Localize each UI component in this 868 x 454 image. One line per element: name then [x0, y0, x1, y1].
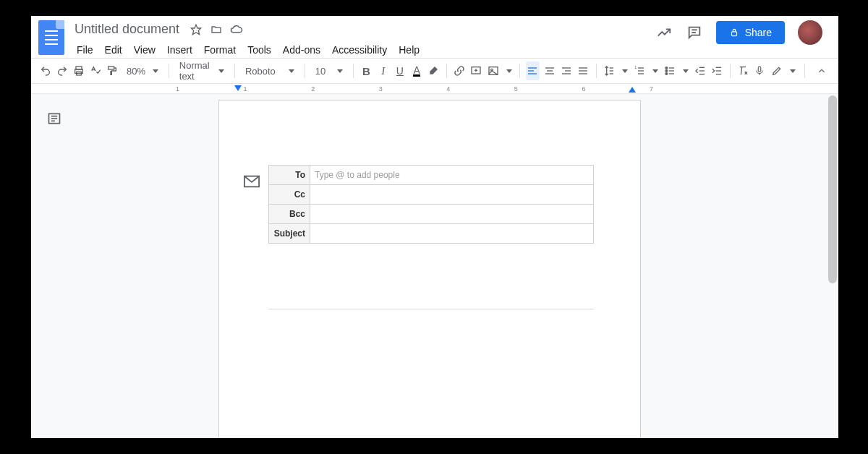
ruler-mark: 3: [379, 85, 383, 93]
document-title[interactable]: Untitled document: [72, 20, 182, 38]
menu-format[interactable]: Format: [199, 41, 241, 59]
editing-mode-button[interactable]: [770, 61, 797, 80]
activity-icon[interactable]: [655, 24, 673, 41]
spellcheck-button[interactable]: [89, 61, 103, 80]
svg-marker-0: [191, 25, 200, 34]
highlight-color-button[interactable]: [427, 61, 441, 80]
show-outline-button[interactable]: [44, 108, 64, 129]
share-button[interactable]: Share: [716, 21, 785, 44]
ruler-mark: 7: [650, 85, 653, 93]
svg-point-34: [665, 70, 668, 72]
insert-image-button[interactable]: [486, 61, 514, 80]
decrease-indent-button[interactable]: [693, 61, 707, 80]
email-bcc-label: Bcc: [269, 205, 310, 223]
ruler-mark: 1: [176, 85, 179, 93]
add-comment-button[interactable]: [469, 61, 483, 80]
menu-insert[interactable]: Insert: [162, 41, 197, 59]
ruler-mark: 5: [514, 85, 518, 93]
align-right-button[interactable]: [559, 61, 573, 80]
increase-indent-button[interactable]: [710, 61, 724, 80]
email-cc-label: Cc: [269, 185, 310, 204]
email-subject-row: Subject: [269, 224, 593, 243]
email-subject-label: Subject: [269, 224, 310, 243]
style-value: Normal text: [179, 60, 211, 82]
svg-point-35: [665, 73, 668, 75]
underline-button[interactable]: U: [393, 61, 407, 80]
menu-edit[interactable]: Edit: [100, 41, 127, 59]
font-value: Roboto: [245, 66, 276, 77]
svg-rect-3: [731, 32, 736, 36]
comments-icon[interactable]: [686, 24, 703, 41]
ruler-mark: 6: [582, 85, 585, 93]
menu-addons[interactable]: Add-ons: [278, 41, 326, 59]
email-draft-block: To Type @ to add people Cc Bcc Subject: [268, 165, 594, 244]
star-icon[interactable]: [190, 23, 203, 36]
paragraph-style-dropdown[interactable]: Normal text: [175, 61, 229, 80]
bold-button[interactable]: B: [359, 61, 373, 80]
menu-view[interactable]: View: [129, 41, 161, 59]
ruler-mark: 1: [244, 85, 247, 93]
zoom-dropdown[interactable]: 80%: [122, 61, 163, 80]
menu-file[interactable]: File: [72, 41, 98, 59]
text-color-button[interactable]: A: [409, 61, 423, 80]
svg-text:1: 1: [635, 65, 637, 69]
svg-point-33: [665, 67, 668, 69]
font-family-dropdown[interactable]: Roboto: [241, 61, 299, 80]
italic-button[interactable]: I: [376, 61, 390, 80]
svg-rect-7: [109, 67, 114, 69]
menu-tools[interactable]: Tools: [242, 41, 276, 59]
horizontal-ruler[interactable]: 1 1 2 3 4 5 6 7: [31, 84, 838, 94]
numbered-list-button[interactable]: 1: [632, 61, 660, 80]
paint-format-button[interactable]: [106, 61, 119, 80]
menu-bar: File Edit View Insert Format Tools Add-o…: [72, 38, 425, 59]
align-left-button[interactable]: [526, 61, 540, 80]
email-body-separator: [268, 309, 594, 309]
bulleted-list-button[interactable]: [663, 61, 690, 80]
title-bar: Untitled document File Edit View: [31, 16, 838, 58]
account-avatar[interactable]: [798, 20, 822, 45]
ruler-mark: 4: [446, 85, 450, 93]
undo-button[interactable]: [38, 61, 52, 80]
move-folder-icon[interactable]: [210, 23, 223, 36]
font-size-value: 10: [315, 66, 326, 77]
align-justify-button[interactable]: [576, 61, 590, 80]
menu-help[interactable]: Help: [393, 41, 425, 59]
menu-accessibility[interactable]: Accessibility: [327, 41, 392, 59]
email-subject-field[interactable]: [310, 224, 593, 243]
zoom-value: 80%: [127, 66, 145, 77]
email-to-row: To Type @ to add people: [269, 166, 593, 185]
ruler-mark: 2: [311, 85, 315, 93]
email-to-label: To: [269, 166, 310, 184]
print-button[interactable]: [72, 61, 85, 80]
voice-typing-button[interactable]: [753, 61, 767, 80]
cloud-saved-icon[interactable]: [230, 23, 243, 36]
email-bcc-field[interactable]: [310, 205, 593, 223]
align-center-button[interactable]: [542, 61, 556, 80]
insert-link-button[interactable]: [453, 61, 467, 80]
toolbar: 80% Normal text Roboto 10 B I U A 1: [31, 58, 838, 84]
collapse-toolbar-button[interactable]: [812, 61, 831, 80]
share-label: Share: [745, 27, 772, 38]
gmail-icon: [244, 175, 260, 188]
email-cc-field[interactable]: [310, 185, 593, 204]
docs-logo-icon[interactable]: [38, 20, 64, 55]
font-size-dropdown[interactable]: 10: [311, 61, 347, 80]
email-bcc-row: Bcc: [269, 205, 593, 224]
svg-rect-45: [758, 67, 761, 72]
email-to-field[interactable]: Type @ to add people: [310, 166, 593, 184]
redo-button[interactable]: [55, 61, 69, 80]
editor-canvas: To Type @ to add people Cc Bcc Subject: [31, 94, 838, 438]
clear-formatting-button[interactable]: [736, 61, 749, 80]
line-spacing-button[interactable]: [602, 61, 629, 80]
document-page[interactable]: [218, 100, 641, 438]
email-cc-row: Cc: [269, 185, 593, 205]
vertical-scrollbar[interactable]: [828, 95, 837, 283]
